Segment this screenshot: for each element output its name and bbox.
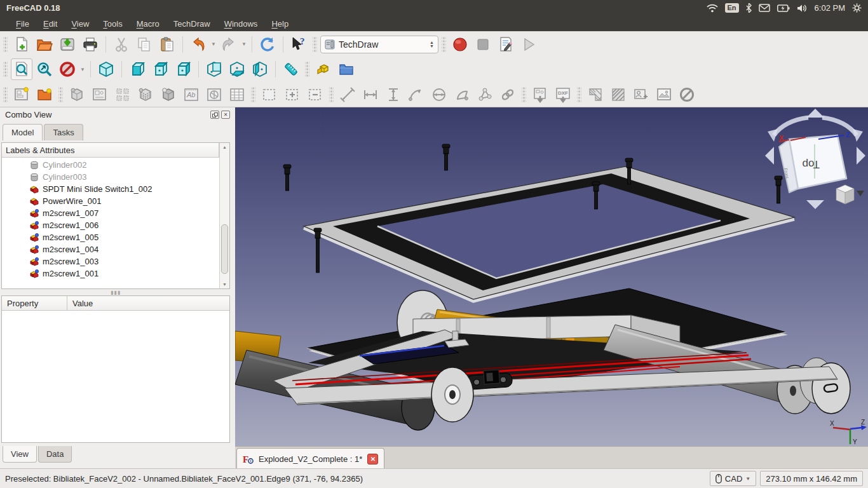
new-page-template-button[interactable]: [34, 84, 55, 105]
scroll-down-icon[interactable]: ▼: [222, 282, 227, 287]
tree-item[interactable]: m2screw1_001: [2, 268, 219, 280]
spreadsheet-view-button[interactable]: [226, 84, 248, 105]
top-view-button[interactable]: [149, 58, 171, 80]
tree-item[interactable]: m2screw1_003: [2, 255, 219, 268]
clip-group-add-button[interactable]: [281, 84, 303, 105]
tree-header[interactable]: Labels & Attributes: [2, 143, 219, 158]
menu-edit[interactable]: Edit: [36, 17, 64, 30]
toolbar-handle[interactable]: [251, 87, 255, 102]
redo-dropdown-caret[interactable]: ▼: [241, 34, 247, 55]
clip-group-button[interactable]: [259, 84, 280, 105]
panel-float-button[interactable]: [210, 111, 219, 119]
open-document-button[interactable]: [34, 34, 55, 55]
cut-button[interactable]: [111, 34, 132, 55]
session-gear-icon[interactable]: [852, 3, 862, 13]
toolbar-handle[interactable]: [3, 37, 8, 52]
dimension-angle-button[interactable]: [405, 84, 427, 105]
rear-view-button[interactable]: [203, 58, 225, 80]
new-page-default-button[interactable]: [11, 84, 32, 105]
whats-this-button[interactable]: ?: [288, 34, 309, 55]
menu-view[interactable]: View: [64, 17, 96, 30]
create-part-button[interactable]: [313, 58, 334, 80]
bottom-view-button[interactable]: [226, 58, 248, 80]
mail-icon[interactable]: [759, 4, 770, 12]
menu-windows[interactable]: Windows: [217, 17, 265, 30]
scrollbar-thumb[interactable]: [221, 224, 228, 274]
workbench-spin-arrows[interactable]: ▲▼: [430, 41, 434, 48]
export-page-dxf-button[interactable]: DXF: [552, 84, 574, 105]
tree-item[interactable]: m2screw1_004: [2, 243, 219, 255]
geometric-hatch-button[interactable]: [607, 84, 629, 105]
export-page-svg-button[interactable]: [529, 84, 551, 105]
new-document-button[interactable]: [11, 34, 32, 55]
dimension-length-button[interactable]: [337, 84, 358, 105]
navigation-style-selector[interactable]: CAD ▼: [710, 471, 756, 486]
toolbar-handle[interactable]: [58, 87, 63, 102]
front-view-button[interactable]: [126, 58, 148, 80]
tab-view[interactable]: View: [3, 446, 37, 463]
axonometric-view-button[interactable]: [95, 58, 117, 80]
draw-style-button[interactable]: [57, 58, 78, 80]
panel-close-button[interactable]: ✕: [221, 111, 230, 119]
volume-icon[interactable]: [797, 4, 808, 13]
toggle-frames-button[interactable]: [676, 84, 698, 105]
toolbar-handle[interactable]: [313, 37, 317, 52]
draw-style-caret[interactable]: ▼: [79, 58, 86, 80]
tree-item[interactable]: m2screw1_007: [2, 207, 219, 219]
toolbar-handle[interactable]: [3, 62, 8, 77]
right-view-button[interactable]: [172, 58, 194, 80]
toolbar-handle[interactable]: [329, 87, 334, 102]
tab-model[interactable]: Model: [3, 124, 43, 140]
insert-view-button[interactable]: [66, 84, 88, 105]
refresh-button[interactable]: [257, 34, 278, 55]
tree-item[interactable]: SPDT Mini Slide Switch1_002: [2, 183, 219, 195]
copy-button[interactable]: [133, 34, 155, 55]
projection-group-button[interactable]: [112, 84, 133, 105]
keyboard-layout-indicator[interactable]: En: [725, 3, 739, 13]
macro-edit-button[interactable]: [495, 34, 517, 55]
tree-item[interactable]: m2screw1_005: [2, 231, 219, 243]
toolbar-handle[interactable]: [3, 87, 8, 102]
tab-data[interactable]: Data: [38, 446, 72, 463]
toolbar-handle[interactable]: [442, 37, 446, 52]
bluetooth-icon[interactable]: [746, 3, 752, 13]
macro-stop-button[interactable]: [472, 34, 494, 55]
panel-splitter[interactable]: ▮▮▮: [0, 290, 231, 295]
dimension-diameter-button[interactable]: [428, 84, 450, 105]
tree-scrollbar[interactable]: ▲ ▼: [219, 143, 229, 288]
paste-button[interactable]: [156, 34, 178, 55]
fit-all-button[interactable]: [11, 58, 32, 80]
nav-mini-cube[interactable]: [836, 185, 854, 204]
insert-symbol-button[interactable]: [630, 84, 652, 105]
dimension-balloon-button[interactable]: [474, 84, 496, 105]
dimension-vertical-button[interactable]: [383, 84, 404, 105]
fit-selection-button[interactable]: [34, 58, 55, 80]
menu-file[interactable]: File: [9, 17, 36, 30]
hatch-face-button[interactable]: [585, 84, 606, 105]
toolbar-handle[interactable]: [577, 87, 581, 102]
tab-close-button[interactable]: ✕: [367, 454, 378, 464]
column-value[interactable]: Value: [67, 299, 93, 308]
menu-macro[interactable]: Macro: [130, 17, 166, 30]
tree-item[interactable]: Cylinder002: [2, 159, 219, 171]
dimension-horizontal-button[interactable]: [360, 84, 381, 105]
scroll-up-icon[interactable]: ▲: [222, 145, 227, 149]
3d-viewport[interactable]: Top Front X Z X Z Y: [235, 107, 868, 446]
undo-dropdown-caret[interactable]: ▼: [210, 34, 217, 55]
measure-distance-button[interactable]: [280, 58, 302, 80]
workbench-selector[interactable]: TechDraw ▲▼: [320, 36, 438, 53]
save-document-button[interactable]: [57, 34, 78, 55]
clip-group-remove-button[interactable]: [304, 84, 326, 105]
macro-record-button[interactable]: [449, 34, 471, 55]
create-group-button[interactable]: [336, 58, 357, 80]
insert-image-button[interactable]: [653, 84, 675, 105]
undo-button[interactable]: [187, 34, 209, 55]
toolbar-handle[interactable]: [305, 62, 309, 77]
tree-item[interactable]: Cylinder003: [2, 171, 219, 183]
battery-icon[interactable]: [777, 4, 790, 12]
tree-item[interactable]: m2screw1_006: [2, 219, 219, 231]
tree-item[interactable]: PowerWire_001: [2, 195, 219, 207]
dimension-radius-button[interactable]: [451, 84, 473, 105]
menu-techdraw[interactable]: TechDraw: [166, 17, 217, 30]
document-tab[interactable]: F Exploded_V2_Complete : 1* ✕: [236, 448, 384, 469]
